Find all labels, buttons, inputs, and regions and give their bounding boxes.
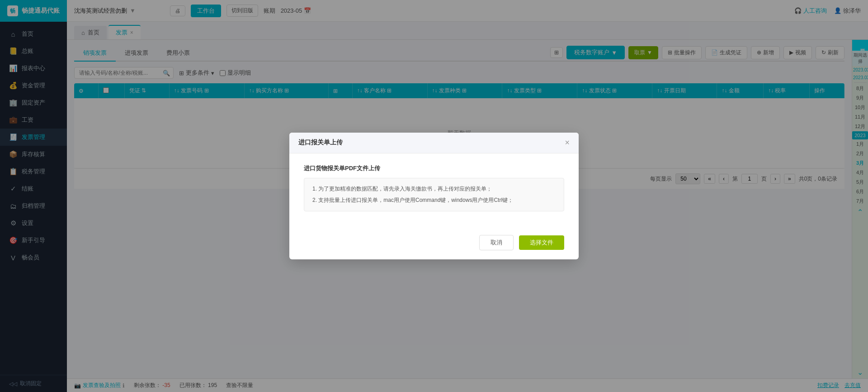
modal-info-item-2: 2. 支持批量上传进口报关单，mac用户使用Command键，windows用户… bbox=[312, 196, 556, 205]
modal-header: 进口报关单上传 × bbox=[289, 133, 579, 153]
modal-title: 进口报关单上传 bbox=[298, 139, 343, 147]
modal-body: 进口货物报关单PDF文件上传 1. 为了更加精准的数据匹配，请先录入海关缴款书，… bbox=[289, 153, 579, 229]
modal-section-title: 进口货物报关单PDF文件上传 bbox=[304, 164, 564, 172]
modal-footer: 取消 选择文件 bbox=[289, 229, 579, 259]
modal-info-item-1: 1. 为了更加精准的数据匹配，请先录入海关缴款书，再上传对应的报关单； bbox=[312, 185, 556, 193]
import-customs-modal: 进口报关单上传 × 进口货物报关单PDF文件上传 1. 为了更加精准的数据匹配，… bbox=[289, 133, 579, 259]
modal-cancel-btn[interactable]: 取消 bbox=[479, 235, 514, 250]
modal-select-file-btn[interactable]: 选择文件 bbox=[519, 235, 564, 250]
modal-close-btn[interactable]: × bbox=[565, 138, 570, 148]
modal-overlay: 进口报关单上传 × 进口货物报关单PDF文件上传 1. 为了更加精准的数据匹配，… bbox=[0, 0, 868, 392]
modal-info-box: 1. 为了更加精准的数据匹配，请先录入海关缴款书，再上传对应的报关单； 2. 支… bbox=[304, 178, 564, 211]
